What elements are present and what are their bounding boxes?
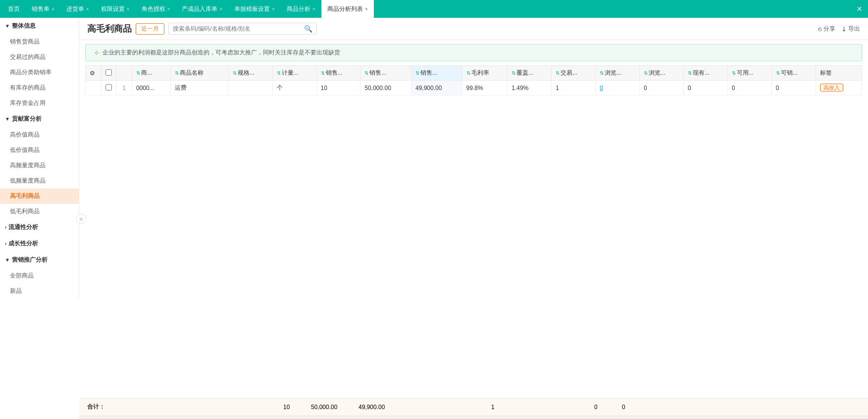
- content-area: 高毛利商品 近一月 🔍 ⎋ 分享 ⤓ 导出 ✧ 企业的主要的利润都是这部分商品创…: [79, 18, 868, 419]
- sort-icon-browse2: ⇅: [644, 70, 648, 76]
- col-browse2[interactable]: ⇅ 浏览...: [640, 66, 684, 81]
- col-spec[interactable]: ⇅ 规格...: [228, 66, 272, 81]
- col-name[interactable]: ⇅ 商品名称: [171, 66, 229, 81]
- sidebar-item-low-value[interactable]: 低价值商品: [0, 142, 79, 158]
- col-unit[interactable]: ⇅ 计量...: [272, 66, 316, 81]
- sidebar-item-inventory-goods[interactable]: 有库存的商品: [0, 80, 79, 95]
- sidebar-item-inventory-capital[interactable]: 库存资金占用: [0, 95, 79, 111]
- cell-browse1[interactable]: 0: [596, 81, 640, 95]
- table-header-row: ⚙ ⇅ 商...: [86, 66, 862, 81]
- col-trade[interactable]: ⇅ 交易...: [552, 66, 596, 81]
- tab-product-entry-close[interactable]: ×: [219, 6, 222, 12]
- sidebar-item-new-goods[interactable]: 新品: [0, 283, 79, 299]
- footer-amount2: 49,900.00: [358, 404, 398, 411]
- col-settings[interactable]: ⚙: [86, 66, 102, 81]
- tab-purchase-label: 进货单: [66, 5, 84, 13]
- tab-template-settings[interactable]: 单据模板设置 ×: [228, 0, 281, 18]
- flow-label: 流通性分析: [8, 223, 38, 232]
- cell-spec: [228, 81, 272, 95]
- tab-product-entry[interactable]: 产成品入库单 ×: [176, 0, 228, 18]
- col-available[interactable]: ⇅ 可用...: [727, 66, 771, 81]
- table-wrapper[interactable]: ⚙ ⇅ 商...: [79, 65, 868, 398]
- tab-product-analysis-list-label: 商品分析列表: [327, 5, 363, 13]
- footer-trade: 1: [491, 404, 511, 411]
- table-row: 1 0000... 运费 个: [86, 81, 862, 95]
- col-code-label: 商...: [141, 69, 152, 77]
- col-coverage[interactable]: ⇅ 覆盖...: [508, 66, 552, 81]
- tab-product-analysis-list-close[interactable]: ×: [365, 6, 368, 12]
- sidebar-group-flow[interactable]: › 流通性分析: [0, 219, 79, 235]
- sidebar-group-growth[interactable]: › 成长性分析: [0, 235, 79, 252]
- sidebar-item-high-freq[interactable]: 高频量度商品: [0, 158, 79, 173]
- bottom-scrollbar[interactable]: [79, 415, 868, 419]
- search-icon[interactable]: 🔍: [304, 25, 312, 33]
- sidebar-item-low-freq[interactable]: 低频量度商品: [0, 173, 79, 188]
- col-checkbox[interactable]: [102, 66, 116, 81]
- col-current[interactable]: ⇅ 现有...: [683, 66, 727, 81]
- share-btn[interactable]: ⎋ 分享: [818, 25, 835, 33]
- cell-checkbox[interactable]: [102, 81, 116, 95]
- col-code[interactable]: ⇅ 商...: [132, 66, 171, 81]
- tab-purchase-order[interactable]: 进货单 ×: [60, 0, 95, 18]
- search-box: 🔍: [168, 23, 317, 35]
- window-close-btn[interactable]: ×: [857, 4, 862, 14]
- tab-sales-close[interactable]: ×: [51, 6, 54, 12]
- sidebar-item-high-margin[interactable]: 高毛利商品: [0, 188, 79, 204]
- col-current-label: 现有...: [693, 69, 710, 77]
- tab-sales-order[interactable]: 销售单 ×: [26, 0, 60, 18]
- col-sales-amount1[interactable]: ⇅ 销售...: [360, 66, 411, 81]
- sort-icon-amount2: ⇅: [415, 70, 419, 76]
- sidebar-item-all-goods[interactable]: 全部商品: [0, 268, 79, 283]
- tab-product-analysis-list[interactable]: 商品分析列表 ×: [321, 0, 374, 18]
- sort-icon-browse1: ⇅: [600, 70, 604, 76]
- footer-current: 0: [594, 404, 614, 411]
- sidebar-item-sales-goods[interactable]: 销售货商品: [0, 34, 79, 49]
- col-amount2-label: 销售...: [420, 69, 437, 77]
- sidebar-collapse-btn[interactable]: «: [76, 214, 86, 224]
- content-header: 高毛利商品 近一月 🔍 ⎋ 分享 ⤓ 导出: [79, 18, 868, 40]
- sidebar-item-high-value[interactable]: 高价值商品: [0, 127, 79, 142]
- col-sales-amount2[interactable]: ⇅ 销售...: [411, 66, 462, 81]
- cell-tag: 高收入: [816, 81, 862, 95]
- settings-icon[interactable]: ⚙: [90, 70, 95, 77]
- export-btn[interactable]: ⤓ 导出: [841, 25, 860, 33]
- overall-label: 整体信息: [12, 22, 36, 30]
- sort-icon-unit: ⇅: [277, 70, 281, 76]
- export-label: 导出: [848, 25, 860, 33]
- col-amount1-label: 销售...: [369, 69, 386, 77]
- select-all-checkbox[interactable]: [105, 69, 112, 76]
- sidebar-item-goods-assist-rate[interactable]: 商品分类助销率: [0, 65, 79, 80]
- tab-template-close[interactable]: ×: [272, 6, 275, 12]
- col-sales-qty[interactable]: ⇅ 销售...: [316, 66, 360, 81]
- tab-role-close[interactable]: ×: [167, 6, 170, 12]
- row-checkbox[interactable]: [105, 84, 112, 91]
- col-trade-label: 交易...: [561, 69, 577, 77]
- col-tag-label: 标签: [820, 69, 832, 76]
- tab-home[interactable]: 首页: [2, 0, 26, 18]
- sort-icon-trade: ⇅: [556, 70, 560, 76]
- sidebar-group-wealth[interactable]: ▼ 贡献富分析: [0, 111, 79, 127]
- col-browse1[interactable]: ⇅ 浏览...: [596, 66, 640, 81]
- tab-product-analysis-close[interactable]: ×: [312, 6, 315, 12]
- tab-role-auth[interactable]: 角色授权 ×: [136, 0, 176, 18]
- filter-month-btn[interactable]: 近一月: [136, 23, 164, 35]
- tab-purchase-close[interactable]: ×: [86, 6, 89, 12]
- sidebar-group-marketing[interactable]: ▼ 营销推广分析: [0, 252, 79, 268]
- share-icon: ⎋: [818, 25, 822, 33]
- search-input[interactable]: [173, 25, 302, 32]
- col-margin-rate[interactable]: ⇅ 毛利率: [462, 66, 508, 81]
- tab-permissions[interactable]: 权限设置 ×: [95, 0, 136, 18]
- tab-permissions-close[interactable]: ×: [127, 6, 130, 12]
- nav-right: ×: [857, 4, 866, 14]
- tab-product-analysis[interactable]: 商品分析 ×: [281, 0, 321, 18]
- sort-icon-amount1: ⇅: [364, 70, 368, 76]
- sidebar-item-traded-goods[interactable]: 交易过的商品: [0, 49, 79, 65]
- col-sales-qty-label: 销售...: [326, 69, 343, 77]
- col-sellable[interactable]: ⇅ 可销...: [771, 66, 816, 81]
- sort-icon-margin: ⇅: [466, 70, 470, 76]
- data-table: ⚙ ⇅ 商...: [85, 65, 862, 95]
- sidebar-group-overall[interactable]: ▼ 整体信息: [0, 18, 79, 34]
- sidebar-item-low-margin[interactable]: 低毛利商品: [0, 204, 79, 219]
- cell-available: 0: [727, 81, 771, 95]
- col-unit-label: 计量...: [282, 69, 299, 77]
